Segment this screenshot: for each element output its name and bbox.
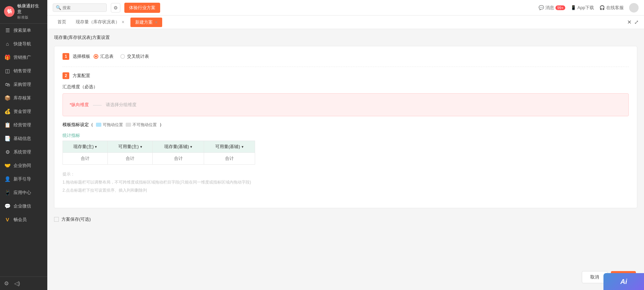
sidebar-item-finance[interactable]: 💰 资金管理 — [0, 105, 47, 118]
newbie-icon: 👤 — [4, 176, 11, 183]
sidebar-item-label: 快捷导航 — [14, 41, 31, 47]
col-header-3[interactable]: 可用量(基辅) ▾ — [204, 141, 255, 153]
sidebar-bottom: ⚙ ◁) — [0, 276, 47, 290]
non-draggable-box — [126, 123, 131, 127]
settings-icon[interactable]: ⚙ — [4, 280, 9, 287]
legend-non-draggable: 不可拖动位置 — [126, 122, 157, 128]
radio-cross-label: 交叉统计表 — [127, 53, 149, 59]
system-icon: ⚙ — [4, 149, 11, 155]
topbar-right: 💬 消息 99+ 📱 App下载 🎧 在线客服 — [539, 3, 639, 13]
indicator-settings-label: 模板指标设定（ — [63, 122, 93, 128]
save-label: 方案保存(可选) — [61, 216, 91, 222]
save-checkbox[interactable] — [54, 217, 59, 222]
sidebar-item-system[interactable]: ⚙ 系统管理 — [0, 145, 47, 159]
message-action[interactable]: 💬 消息 99+ — [539, 5, 565, 11]
legend-non-draggable-label: 不可拖动位置 — [132, 122, 157, 128]
search-input[interactable] — [63, 5, 100, 10]
step1-badge: 1 — [63, 53, 69, 60]
tab-new-close-icon[interactable]: × — [155, 20, 157, 25]
tab-inventory-status[interactable]: 现存量（库存状况表） × — [71, 16, 129, 29]
sidebar-item-basic-info[interactable]: 📑 基础信息 — [0, 132, 47, 145]
topbar-left: 🔍 ⚙ 体验行业方案 — [53, 3, 160, 13]
sidebar-item-wechat[interactable]: 💬 企业微信 — [0, 199, 47, 213]
dim-placeholder-text[interactable]: 请选择分组维度 — [106, 102, 137, 108]
tips-section: 提示： 1.拖动标题栏可以调整布局，不可跨维度或指标区域拖动栏目字段(只能在同一… — [63, 170, 629, 194]
tab-expand-icon[interactable]: ⤢ — [634, 19, 639, 25]
divider1 — [63, 67, 629, 67]
step2-section: 2 方案配置 汇总维度（必选） *纵向维度 —— 请选择分组维度 模板指标设定（ — [63, 72, 629, 194]
col-dropdown-icon-3[interactable]: ▾ — [242, 145, 244, 149]
sidebar-item-newbie[interactable]: 👤 新手引导 — [0, 172, 47, 186]
finance-icon: 💰 — [4, 108, 11, 115]
legend-draggable: 可拖动位置 — [96, 122, 123, 128]
avatar[interactable] — [629, 3, 639, 13]
online-support-action[interactable]: 🎧 在线客服 — [599, 5, 624, 11]
operations-icon: 📋 — [4, 122, 11, 128]
col-dropdown-icon-2[interactable]: ▾ — [190, 145, 192, 149]
logo-icon: 畅 — [4, 6, 15, 17]
online-support-label: 在线客服 — [606, 5, 624, 11]
sidebar-item-enterprise[interactable]: 🤝 企业协同 — [0, 159, 47, 172]
radio-cross[interactable]: 交叉统计表 — [120, 53, 149, 59]
sidebar-logo: 畅 畅康通好生意 标准版 — [0, 0, 47, 24]
sidebar-item-marketing[interactable]: 🎁 营销推广 — [0, 51, 47, 64]
sidebar-item-label: 资金管理 — [14, 108, 31, 115]
indicator-settings-row: 模板指标设定（ 可拖动位置 不可拖动位置 ） — [63, 122, 629, 128]
sidebar-item-label: 销售管理 — [14, 68, 31, 74]
logo-text-block: 畅康通好生意 标准版 — [17, 3, 43, 20]
purchase-icon: 🛍 — [4, 81, 11, 88]
message-icon: 💬 — [539, 5, 544, 10]
logo-sub: 标准版 — [17, 15, 43, 20]
sidebar-item-operations[interactable]: 📋 经营管理 — [0, 118, 47, 132]
sidebar-item-search-menu[interactable]: ☰ 搜索菜单 — [0, 24, 47, 37]
basic-info-icon: 📑 — [4, 135, 11, 142]
trial-button[interactable]: 体验行业方案 — [124, 3, 160, 13]
app-download-action[interactable]: 📱 App下载 — [571, 5, 594, 11]
legend-draggable-label: 可拖动位置 — [103, 122, 123, 128]
search-box[interactable]: 🔍 — [53, 3, 107, 12]
sidebar-item-label: 企业协同 — [14, 163, 31, 169]
sound-icon[interactable]: ◁) — [14, 280, 20, 287]
template-radio-group: 汇总表 交叉统计表 — [94, 53, 149, 59]
col-dropdown-icon-1[interactable]: ▾ — [140, 145, 142, 149]
radio-summary[interactable]: 汇总表 — [94, 53, 114, 59]
sidebar-item-sales[interactable]: ◫ 销售管理 — [0, 64, 47, 78]
sales-icon: ◫ — [4, 68, 11, 74]
marketing-icon: 🎁 — [4, 54, 11, 61]
main-area: 🔍 ⚙ 体验行业方案 💬 消息 99+ 📱 App下载 🎧 在线客服 — [47, 0, 644, 290]
app-center-icon: 📱 — [4, 189, 11, 196]
tabs-right-actions: ✕ ⤢ — [627, 19, 639, 25]
ai-float-button[interactable]: Ai — [603, 273, 644, 290]
col-label-1: 可用量(主) — [118, 144, 139, 150]
col-label-2: 现存量(基辅) — [164, 144, 189, 150]
tip-1: 1.拖动标题栏可以调整布局，不可跨维度或指标区域拖动栏目字段(只能在同一维度或指… — [63, 178, 629, 186]
step1-header: 1 选择模板 汇总表 交叉统计表 — [63, 53, 629, 60]
col-header-0[interactable]: 现存量(主) ▾ — [63, 141, 108, 153]
sidebar-item-membership[interactable]: V 畅会员 — [0, 213, 47, 226]
sidebar-item-label: 系统管理 — [14, 149, 31, 155]
step1-section: 1 选择模板 汇总表 交叉统计表 — [63, 53, 629, 60]
tab-home-label: 首页 — [57, 19, 66, 25]
sidebar-item-purchase[interactable]: 🛍 采购管理 — [0, 78, 47, 91]
content-area: 现存量(库存状况表)方案设置 1 选择模板 汇总表 — [47, 29, 644, 290]
col-header-1[interactable]: 可用量(主) ▾ — [108, 141, 153, 153]
col-dropdown-icon-0[interactable]: ▾ — [95, 145, 97, 149]
message-badge: 99+ — [555, 5, 565, 10]
tab-new-scheme[interactable]: 新建方案 × — [130, 18, 162, 27]
step2-badge: 2 — [63, 72, 69, 79]
tab-collapse-icon[interactable]: ✕ — [627, 19, 631, 25]
sidebar-item-app-center[interactable]: 📱 应用中心 — [0, 186, 47, 199]
sidebar-item-inventory[interactable]: 📦 库存核算 — [0, 91, 47, 105]
tab-inventory-close-icon[interactable]: × — [122, 19, 124, 25]
tab-home[interactable]: 首页 — [53, 16, 71, 29]
sidebar-item-label: 应用中心 — [14, 190, 31, 196]
stats-table: 现存量(主) ▾ 可用量(主) ▾ — [63, 141, 255, 165]
col-label-3: 可用量(基辅) — [215, 144, 240, 150]
sidebar-item-quick-nav[interactable]: ⌂ 快捷导航 — [0, 37, 47, 51]
gear-button[interactable]: ⚙ — [111, 3, 120, 13]
tab-inventory-status-label: 现存量（库存状况表） — [76, 19, 120, 25]
dimension-area[interactable]: *纵向维度 —— 请选择分组维度 — [63, 93, 629, 116]
col-header-2[interactable]: 现存量(基辅) ▾ — [153, 141, 204, 153]
membership-icon: V — [4, 216, 11, 223]
sidebar-nav: ☰ 搜索菜单 ⌂ 快捷导航 🎁 营销推广 ◫ 销售管理 🛍 采购管理 📦 库存核… — [0, 24, 47, 276]
